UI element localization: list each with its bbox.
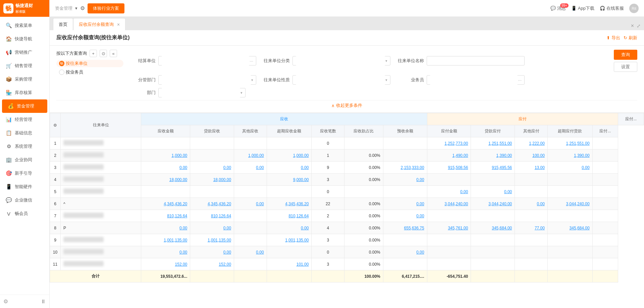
query-buttons: 查询 设置 (614, 50, 637, 72)
scheme-title: 按以下方案查询 (56, 50, 87, 56)
sidebar-item-beginner[interactable]: 🎯新手引导 (0, 167, 49, 180)
col-ap-suffix-header: 应付... (618, 113, 644, 125)
table-row: 30.000.000.000.0090.00%2,153,333.00915,5… (50, 162, 644, 174)
sidebar-item-warehouse[interactable]: 🏪库存核算 (0, 86, 49, 99)
total-ap-amount: -654,751.40 (427, 270, 471, 282)
collapse-filter-btn[interactable]: ∧ 收起更多条件 (331, 102, 362, 108)
sidebar-item-system[interactable]: ⚙系统管理 (0, 140, 49, 153)
tab-home[interactable]: 首页 (53, 18, 73, 30)
breadcrumb: 资金管理 (55, 5, 72, 11)
sidebar-nav: 🔍搜索菜单🏠快捷导航📢营销推广🛒销售管理📦采购管理🏪库存核算💰资金管理📊经营管理… (0, 17, 49, 295)
field-partner-nature-label: 往来单位性质 (263, 77, 290, 83)
sidebar-label-smart-hw: 智能硬件 (15, 184, 32, 190)
member-icon: V (5, 210, 12, 217)
col-ar-credit: 贷款应收 (190, 125, 234, 137)
field-dept-mgr-label: 分管部门 (129, 77, 156, 83)
page-title: 应收应付余额查询(按往来单位) (56, 34, 130, 45)
col-ap-amount: 应付金额 (427, 125, 471, 137)
topbar-gear-icon[interactable]: ⚙ (80, 5, 85, 11)
dept-mgr-input[interactable] (161, 75, 251, 85)
scheme-salesperson-label: 按业务员 (66, 69, 83, 75)
total-row: 合计 19,553,472.6... 100.00% 6,417,215....… (50, 270, 644, 282)
online-service-btn[interactable]: 🎧 在线客服 (600, 5, 624, 11)
partner-cell: P (61, 222, 141, 234)
field-settlement-label: 结算单位 (129, 58, 156, 64)
message-btn[interactable]: 💬 消息 99+ (550, 5, 566, 11)
sidebar: 畅 畅捷通财 标准版 🔍搜索菜单🏠快捷导航📢营销推广🛒销售管理📦采购管理🏪库存核… (0, 0, 50, 308)
tab-ar-ap[interactable]: 应收应付余额查询 × (73, 18, 125, 30)
sidebar-item-corp-wechat[interactable]: 💬企业微信 (0, 193, 49, 207)
filter-settings-btn[interactable]: 设置 (614, 62, 637, 72)
refresh-icon: ↻ (624, 35, 627, 40)
table-row: 7810,126.64810,126.64810,126.6420.00%0.0… (50, 210, 644, 222)
table-row: 6^4,345,436.204,345,436.200.004,345,436.… (50, 198, 644, 210)
export-btn[interactable]: ⬆ 导出 (606, 35, 620, 41)
collapse-sidebar-icon[interactable]: ⏸ (41, 299, 46, 305)
table-row: 101,252,773.001,251,551.001,222.001,251,… (50, 137, 644, 149)
filter-area: 按以下方案查询 + ⊙ « 畅 按往来单位 (50, 46, 644, 113)
tab-close-btn[interactable]: × (117, 22, 120, 27)
settlement-unit-input[interactable] (161, 56, 250, 65)
dept-input[interactable] (161, 88, 240, 97)
base-info-icon: 📋 (5, 130, 12, 136)
field-dept-label: 部门 (129, 90, 156, 96)
field-partner-name-label: 往来单位名称 (397, 58, 424, 64)
scheme-option-salesperson[interactable]: 按业务员 (56, 69, 123, 76)
add-scheme-btn[interactable]: + (90, 50, 97, 57)
partner-cell (61, 149, 141, 162)
data-table: ⚙ 往来单位 应收 应付 应付... 应收金额 贷款应收 其他应收 超期应收金额… (50, 113, 644, 282)
sidebar-item-marketing[interactable]: 📢营销推广 (0, 46, 49, 59)
message-icon: 💬 (550, 6, 556, 11)
refresh-btn[interactable]: ↻ 刷新 (624, 35, 637, 41)
main-area: 资金管理 ▾ ⚙ 体验行业方案 💬 消息 99+ 📱 App下载 🎧 在线客服 (50, 0, 644, 308)
brand-name: 畅捷通财 (15, 3, 33, 9)
topbar-dropdown[interactable]: ▾ (75, 6, 77, 11)
sidebar-item-quick-nav[interactable]: 🏠快捷导航 (0, 32, 49, 46)
col-ar-ratio: 应收款占比 (344, 125, 383, 137)
salesperson-input[interactable] (430, 75, 518, 85)
page-header: 应收应付余额查询(按往来单位) ⬆ 导出 ↻ 刷新 (50, 30, 644, 46)
maximize-btn[interactable]: ⤢ (637, 23, 641, 29)
sidebar-label-purchase: 采购管理 (15, 76, 32, 82)
query-btn[interactable]: 查询 (614, 50, 637, 60)
system-icon: ⚙ (5, 143, 12, 150)
partner-nature-input[interactable] (296, 75, 385, 85)
purchase-icon: 📦 (5, 76, 12, 83)
field-salesperson-label: 业务员 (397, 77, 424, 83)
sidebar-item-operations[interactable]: 📊经营管理 (0, 113, 49, 126)
sidebar-item-member[interactable]: V畅会员 (0, 207, 49, 220)
table-row: 21,000.001,000.001,000.0010.00%1,490.001… (50, 149, 644, 162)
close-window-btn[interactable]: × (631, 23, 634, 29)
sidebar-item-sales[interactable]: 🛒销售管理 (0, 59, 49, 73)
sidebar-item-base-info[interactable]: 📋基础信息 (0, 126, 49, 140)
settings-footer-icon[interactable]: ⚙ (3, 298, 8, 305)
col-settings[interactable]: ⚙ (50, 113, 61, 137)
scheme-settings-btn[interactable]: ⊙ (100, 50, 107, 57)
sidebar-item-corp-collab[interactable]: 🏢企业协同 (0, 153, 49, 167)
app-download-btn[interactable]: 📱 App下载 (571, 5, 594, 11)
sidebar-item-finance[interactable]: 💰资金管理 (2, 99, 47, 113)
settlement-dots: ··· (250, 58, 253, 63)
beginner-icon: 🎯 (5, 170, 12, 177)
total-ap-other (515, 270, 548, 282)
data-table-container: ⚙ 往来单位 应收 应付 应付... 应收金额 贷款应收 其他应收 超期应收金额… (50, 113, 644, 308)
total-ar-ratio: 100.00% (344, 270, 383, 282)
user-avatar[interactable]: Rit (629, 4, 639, 13)
sidebar-label-search-menu: 搜索菜单 (15, 23, 32, 29)
total-ar-prepay: 6,417,215.... (383, 270, 427, 282)
col-ap-other: 其他应付 (515, 125, 548, 137)
salesperson-dots: ··· (518, 78, 522, 83)
sidebar-item-search-menu[interactable]: 🔍搜索菜单 (0, 19, 49, 32)
total-ar-count (312, 270, 344, 282)
scheme-option-partner[interactable]: 畅 按往来单位 (56, 60, 123, 67)
partner-category-input[interactable] (296, 56, 385, 65)
scheme-back-btn[interactable]: « (110, 50, 117, 57)
sidebar-item-smart-hw[interactable]: 📱智能硬件 (0, 180, 49, 193)
col-ap-overdue: 超期应付货款 (547, 125, 592, 137)
partner-name-input[interactable] (427, 56, 525, 65)
edition-label: 标准版 (15, 9, 33, 14)
promo-button[interactable]: 体验行业方案 (88, 3, 124, 13)
table-settings-icon[interactable]: ⚙ (53, 123, 57, 128)
field-partner-category-label: 往来单位分类 (263, 58, 290, 64)
sidebar-item-purchase[interactable]: 📦采购管理 (0, 73, 49, 86)
